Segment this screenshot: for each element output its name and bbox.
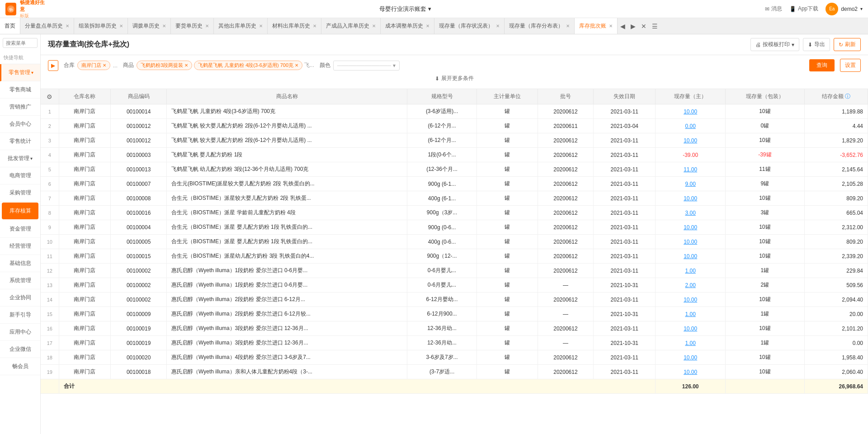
cell-code: 00100014 (111, 104, 167, 119)
cell-spec: 0-6月婴儿... (407, 264, 477, 278)
product-tag-1-close[interactable]: ✕ (184, 63, 188, 68)
footer-qty: 126.00 (656, 379, 726, 394)
cell-qty-main[interactable]: 9.00 (656, 177, 726, 191)
sidebar-item-basic[interactable]: 基础信息 (0, 255, 40, 272)
cell-batch: 20200611 (538, 119, 594, 133)
sidebar-item-guide[interactable]: 新手引导 (0, 307, 40, 324)
sidebar-item-member[interactable]: 会员中心 (0, 116, 40, 133)
refresh-btn[interactable]: ↻ 刷新 (834, 38, 861, 51)
tab-close-5[interactable]: ✕ (259, 24, 263, 28)
sidebar-item-stats[interactable]: 零售统计 (0, 133, 40, 150)
cell-qty-main[interactable]: 10.00 (656, 292, 726, 307)
account-selector[interactable]: 母婴行业演示账套 ▾ (379, 5, 431, 13)
tab-6[interactable]: 材料出库单历史 ✕ (268, 18, 321, 34)
tab-8[interactable]: 成本调整单历史 ✕ (381, 18, 434, 34)
message-btn[interactable]: ✉ 消息 (765, 5, 782, 13)
tab-7[interactable]: 产成品入库单历史 ✕ (321, 18, 381, 34)
tab-close-9[interactable]: ✕ (496, 24, 500, 28)
cell-qty-main[interactable]: 1.00 (656, 264, 726, 278)
expand-filter-btn[interactable]: ▶ (48, 60, 58, 71)
sidebar-item-wholesale[interactable]: 批发管理 ▾ (0, 150, 40, 167)
sidebar-item-mall[interactable]: 零售商城 (0, 81, 40, 99)
cell-name: 合生元（BIOSTIME）派星 婴儿配方奶粉 1段 乳铁蛋白的... (167, 235, 407, 249)
tab-11[interactable]: 库存批次账 ✕ (575, 18, 618, 34)
expand-more-btn[interactable]: ⬇ 展开更多条件 (435, 75, 474, 82)
cell-qty-main[interactable]: 3.00 (656, 206, 726, 220)
cell-qty-main[interactable]: 10.00 (656, 220, 726, 235)
sidebar-item-collab[interactable]: 企业协同 (0, 289, 40, 307)
sidebar-item-member2[interactable]: 畅会员 (0, 358, 40, 375)
export-btn[interactable]: ⬇ 导出 (803, 38, 830, 51)
sidebar-item-operation[interactable]: 经营管理 (0, 238, 40, 255)
cell-qty-main[interactable]: 10.00 (656, 133, 726, 148)
cell-qty-main[interactable]: 10.00 (656, 365, 726, 379)
cell-qty-main[interactable]: 10.00 (656, 350, 726, 365)
sidebar-item-retail[interactable]: 零售管理 ▾ (0, 64, 40, 81)
print-btn[interactable]: 🖨 按模板打印 ▾ (750, 38, 799, 51)
product-label: 商品 (123, 61, 134, 69)
cell-qty-main[interactable]: 10.00 (656, 104, 726, 119)
color-dropdown[interactable]: ────────────── ▾ (333, 61, 400, 71)
info-icon[interactable]: ⓘ (845, 93, 850, 99)
sidebar-item-system[interactable]: 系统管理 (0, 272, 40, 289)
cell-qty-main[interactable]: 10.00 (656, 321, 726, 336)
cell-batch: 20200612 (538, 148, 594, 162)
tab-1[interactable]: 分量盘点单历史 ✕ (20, 18, 74, 34)
tab-close-4[interactable]: ✕ (205, 24, 209, 28)
settings-icon[interactable]: ⚙ (47, 93, 52, 100)
sidebar-item-purchase[interactable]: 采购管理 (0, 184, 40, 202)
sidebar-item-finance[interactable]: 资金管理 (0, 221, 40, 238)
sidebar-item-marketing[interactable]: 营销推广 (0, 99, 40, 116)
tab-close-2[interactable]: ✕ (119, 24, 123, 28)
product-tag-1[interactable]: 飞鹤奶粉3段两提装 ✕ (137, 61, 192, 70)
tab-menu-btn[interactable]: ☰ (649, 18, 660, 34)
sidebar-item-wechat[interactable]: 企业微信 (0, 341, 40, 358)
product-tag-2[interactable]: 飞鹤星飞帆 儿童奶粉 4段(3-6岁适用) 700克 ✕ (194, 61, 302, 70)
user-area[interactable]: Ea demo2 ▾ (826, 3, 863, 15)
sidebar-item-ecommerce[interactable]: 电商管理 (0, 167, 40, 184)
cell-qty-main[interactable]: 10.00 (656, 249, 726, 264)
warehouse-tag-close[interactable]: ✕ (103, 63, 106, 68)
sidebar-item-apps[interactable]: 应用中心 (0, 324, 40, 341)
col-expire: 失效日期 (594, 89, 656, 104)
settings-button[interactable]: 设置 (840, 59, 861, 72)
cell-qty-main[interactable]: 0.00 (656, 119, 726, 133)
tab-close-3[interactable]: ✕ (162, 24, 166, 28)
tab-2[interactable]: 组装拆卸单历史 ✕ (74, 18, 128, 34)
cell-qty-main[interactable]: 1.00 (656, 307, 726, 321)
col-settings[interactable]: ⚙ (41, 89, 59, 104)
tab-prev-btn[interactable]: ◀ (618, 18, 628, 34)
col-warehouse: 仓库名称 (59, 89, 111, 104)
tab-next-btn[interactable]: ▶ (628, 18, 638, 34)
sidebar-item-inventory[interactable]: 库存核算 (2, 203, 38, 220)
cell-qty-main[interactable]: 10.00 (656, 235, 726, 249)
product-more[interactable]: 飞... (304, 61, 314, 69)
search-input[interactable] (3, 38, 38, 48)
tab-4[interactable]: 要货单历史 ✕ (171, 18, 214, 34)
table-row: 14 南岸门店 00100002 惠氏启醇（Wyeth illuma）2段奶粉 … (41, 292, 868, 307)
product-tag-2-close[interactable]: ✕ (295, 63, 298, 68)
cell-qty-main[interactable]: 10.00 (656, 191, 726, 206)
cell-unit: 罐 (476, 104, 538, 119)
tab-5[interactable]: 其他出库单历史 ✕ (214, 18, 268, 34)
tab-home[interactable]: 首页 (0, 18, 20, 34)
cell-qty-main[interactable]: 1.00 (656, 336, 726, 350)
tab-close-6[interactable]: ✕ (313, 24, 316, 28)
tab-9[interactable]: 现存量（库存状况表） ✕ (434, 18, 505, 34)
cell-qty-main[interactable]: 11.00 (656, 162, 726, 177)
warehouse-tag[interactable]: 南岸门店 ✕ (77, 61, 110, 70)
tab-close-10[interactable]: ✕ (566, 24, 570, 28)
tab-10[interactable]: 现存量（库存分布表） ✕ (505, 18, 575, 34)
warehouse-more[interactable]: ... (113, 62, 118, 69)
tab-close-all-btn[interactable]: ✕ (638, 18, 649, 34)
table-row: 8 南岸门店 00100016 合生元（BIOSTIME）派星 学龄前儿童配方奶… (41, 206, 868, 220)
tab-close-1[interactable]: ✕ (66, 24, 69, 28)
tab-3[interactable]: 调拨单历史 ✕ (128, 18, 171, 34)
cell-qty-main[interactable]: -39.00 (656, 148, 726, 162)
search-button[interactable]: 查询 (809, 59, 835, 71)
tab-close-7[interactable]: ✕ (372, 24, 376, 28)
tab-close-8[interactable]: ✕ (426, 24, 429, 28)
cell-qty-main[interactable]: 2.00 (656, 278, 726, 292)
app-download-btn[interactable]: 📱 App下载 (789, 5, 818, 13)
tab-close-11[interactable]: ✕ (609, 24, 613, 28)
